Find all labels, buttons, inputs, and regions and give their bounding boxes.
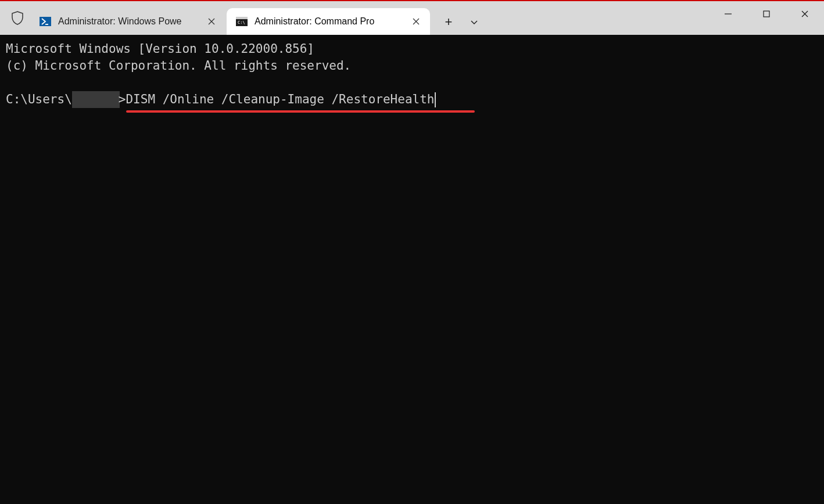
chevron-down-icon — [470, 18, 478, 26]
tabs-area: Administrator: Windows Powe C:\ Administ… — [30, 1, 709, 35]
tab-powershell[interactable]: Administrator: Windows Powe — [30, 8, 225, 35]
window-controls — [709, 1, 824, 35]
svg-rect-5 — [236, 17, 248, 19]
titlebar: Administrator: Windows Powe C:\ Administ… — [0, 1, 824, 35]
annotation-underline — [126, 110, 475, 113]
terminal-content[interactable]: Microsoft Windows [Version 10.0.22000.85… — [0, 35, 824, 504]
close-icon — [801, 10, 809, 18]
tab-label: Administrator: Command Pro — [255, 16, 374, 27]
svg-text:C:\: C:\ — [238, 20, 245, 25]
tab-label: Administrator: Windows Powe — [58, 16, 182, 27]
banner-line: Microsoft Windows [Version 10.0.22000.85… — [6, 41, 818, 57]
tab-dropdown-button[interactable] — [461, 9, 487, 35]
cmd-icon: C:\ — [236, 16, 248, 27]
plus-icon: + — [445, 15, 453, 30]
copyright-line: (c) Microsoft Corporation. All rights re… — [6, 57, 818, 74]
shield-icon — [5, 1, 30, 35]
svg-rect-10 — [764, 11, 769, 17]
tab-cmd[interactable]: C:\ Administrator: Command Pro — [227, 8, 430, 35]
prompt-suffix: > — [119, 91, 126, 108]
close-icon[interactable] — [410, 16, 422, 27]
maximize-button[interactable] — [747, 1, 786, 27]
text-cursor — [435, 92, 436, 107]
minimize-icon — [724, 10, 732, 18]
maximize-icon — [762, 10, 771, 18]
close-window-button[interactable] — [786, 1, 824, 27]
redacted-username — [72, 91, 120, 108]
minimize-button[interactable] — [709, 1, 747, 27]
typed-command: DISM /Online /Cleanup-Image /RestoreHeal… — [126, 91, 434, 108]
prompt-path-prefix: C:\Users\ — [6, 91, 72, 108]
terminal-window: Administrator: Windows Powe C:\ Administ… — [0, 1, 824, 504]
new-tab-button[interactable]: + — [436, 9, 461, 35]
close-icon[interactable] — [206, 16, 217, 27]
powershell-icon — [40, 16, 51, 27]
prompt-line: C:\Users\>DISM /Online /Cleanup-Image /R… — [6, 91, 436, 108]
